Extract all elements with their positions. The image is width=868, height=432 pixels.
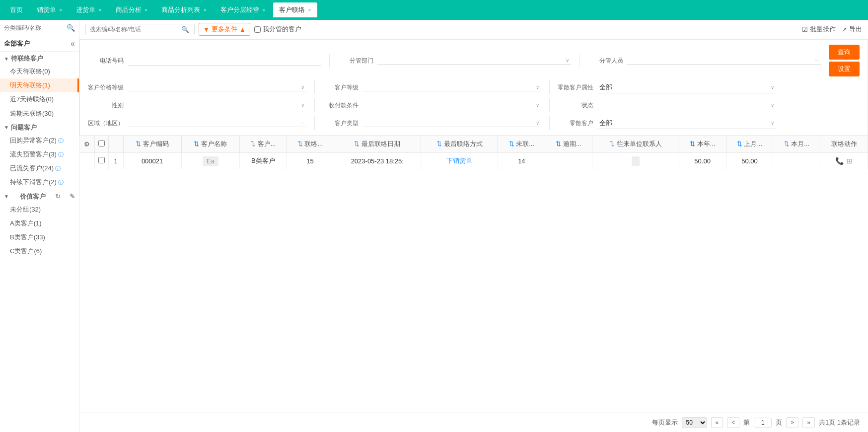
info-icon-churned: ⓘ	[55, 165, 61, 171]
sidebar-group-value: 价值客户 ↻ ✎	[0, 190, 79, 203]
col-last-month[interactable]: ⇅ 上月...	[726, 136, 773, 153]
filter-status-select[interactable]: ∨	[597, 101, 776, 109]
nav-home[interactable]: 首页	[4, 2, 29, 17]
value-refresh-icon[interactable]: ↻	[55, 193, 61, 200]
nav-analysis[interactable]: 商品分析 ×	[110, 2, 153, 17]
prev-page-button[interactable]: <	[727, 417, 739, 428]
collapse-all-icon[interactable]: «	[71, 39, 75, 48]
sidebar-all-customers[interactable]: 全部客户 «	[0, 36, 79, 52]
nav-customer-contact[interactable]: 客户联络 ×	[273, 2, 317, 17]
next-page-button[interactable]: >	[786, 417, 798, 428]
col-code[interactable]: ⇅ 客户编码	[123, 136, 181, 153]
col-not-contacted[interactable]: ⇅ 未联...	[498, 136, 545, 153]
batch-op-button[interactable]: ☑ 批量操作	[802, 25, 836, 34]
filter-customer-level-select[interactable]: ∨	[362, 83, 541, 91]
sort-icon-date: ⇅	[354, 140, 360, 147]
cell-last-method: 下销货单	[421, 153, 498, 169]
sidebar-search-icon[interactable]: 🔍	[67, 24, 75, 32]
filter-dept-field: 分管部门 ∨	[338, 57, 571, 65]
table-container: ⚙ ⇅ 客户编码 ⇅ 客户名称 ⇅ 客户... ⇅ 联络... ⇅ 最后联络日期…	[79, 136, 868, 413]
last-page-button[interactable]: »	[802, 417, 815, 428]
row-checkbox[interactable]	[98, 157, 105, 163]
col-this-month[interactable]: ⇅ 本月...	[773, 136, 820, 153]
filter-customer-type-label: 客户类型	[323, 119, 362, 128]
filter-price-level-field: 客户价格等级 ∨	[88, 83, 306, 92]
sidebar-item-today[interactable]: 今天待联络(0)	[0, 65, 79, 78]
filter-person-select[interactable]: ···	[627, 57, 821, 65]
per-page-label: 每页显示	[652, 418, 678, 427]
close-purchase-icon[interactable]: ×	[98, 7, 101, 13]
sidebar-group-problem: 问题客户	[0, 121, 79, 134]
filter-payment-field: 收付款条件 ∨	[323, 101, 541, 110]
filter-region-label: 区域（地区）	[88, 119, 128, 128]
customer-level-chevron-icon: ∨	[536, 84, 539, 90]
nav-purchase[interactable]: 进货单 ×	[70, 2, 107, 17]
col-gear[interactable]: ⚙	[79, 136, 94, 153]
sidebar-item-ungrouped[interactable]: 未分组(32)	[0, 203, 79, 216]
nav-analysis-list[interactable]: 商品分析列表 ×	[155, 2, 212, 17]
close-analysis-icon[interactable]: ×	[145, 7, 147, 13]
close-sales-icon[interactable]: ×	[59, 7, 62, 13]
nav-customer-tier[interactable]: 客户分层经营 ×	[215, 2, 271, 17]
main-search-input[interactable]	[90, 26, 179, 33]
filter-dept-select[interactable]: ∨	[377, 57, 571, 65]
filter-region-field: 区域（地区） ···	[88, 119, 306, 128]
filter-row-2: 客户价格等级 ∨ 客户等级 ∨ 零散客户属性 全部	[88, 80, 860, 94]
export-button[interactable]: ↗ 导出	[842, 25, 862, 34]
filter-row-1: 电话号码 分管部门 ∨ 分管人员 ···	[88, 45, 860, 76]
col-this-year[interactable]: ⇅ 本年...	[679, 136, 726, 153]
cell-last-month: 50.00	[726, 153, 773, 169]
sidebar-item-overdue[interactable]: 逾期未联络(30)	[0, 107, 79, 121]
sidebar-item-lost[interactable]: 流失预警客户(3) ⓘ	[0, 147, 79, 161]
sidebar-item-classB[interactable]: B类客户(33)	[0, 230, 79, 244]
my-customer-checkbox-container[interactable]: 我分管的客户	[254, 25, 301, 34]
filter-price-level-select[interactable]: ∨	[128, 83, 306, 91]
nav-sales[interactable]: 销货单 ×	[31, 2, 68, 17]
sidebar-item-classA[interactable]: A类客户(1)	[0, 216, 79, 230]
phone-action-icon[interactable]: 📞	[835, 157, 844, 165]
table-footer: 每页显示 50 100 « < 第 页 > » 共1页 1条记录	[79, 413, 868, 432]
query-button[interactable]: 查询	[829, 45, 860, 60]
filter-customer-type-select[interactable]: ∨	[362, 119, 541, 127]
sidebar-item-repurchase[interactable]: 回购异常客户(2) ⓘ	[0, 134, 79, 147]
my-customer-checkbox[interactable]	[254, 26, 261, 33]
setting-button[interactable]: 设置	[829, 62, 860, 76]
grid-action-icon[interactable]: ⊞	[847, 157, 853, 165]
close-analysis-list-icon[interactable]: ×	[203, 7, 206, 13]
page-input[interactable]	[754, 418, 772, 428]
close-customer-contact-icon[interactable]: ×	[308, 7, 311, 13]
col-overdue[interactable]: ⇅ 逾期...	[545, 136, 592, 153]
sidebar-search-input[interactable]	[4, 24, 67, 31]
last-method-link[interactable]: 下销货单	[446, 157, 472, 164]
select-all-checkbox[interactable]	[98, 140, 105, 146]
filter-phone-input[interactable]	[128, 56, 321, 66]
col-name[interactable]: ⇅ 客户名称	[181, 136, 239, 153]
more-filter-button[interactable]: ▼ 更多条件 ▲	[199, 23, 250, 36]
col-contacts[interactable]: ⇅ 联络...	[287, 136, 334, 153]
first-page-button[interactable]: «	[711, 417, 723, 428]
filter-payment-select[interactable]: ∨	[362, 101, 541, 109]
sidebar-item-tomorrow[interactable]: 明天待联络(1)	[0, 78, 79, 92]
sort-icon-unit: ⇅	[609, 140, 615, 147]
col-last-method[interactable]: ⇅ 最后联络方式	[421, 136, 498, 153]
sidebar-item-classC[interactable]: C类客户(6)	[0, 244, 79, 258]
main-search-icon[interactable]: 🔍	[181, 26, 189, 33]
filter-retail-customer-select[interactable]: 全部 ∨	[597, 118, 776, 129]
col-category[interactable]: ⇅ 客户...	[239, 136, 287, 153]
col-last-date[interactable]: ⇅ 最后联络日期	[334, 136, 421, 153]
filter-divider-8	[549, 116, 550, 130]
sidebar-item-churned[interactable]: 已流失客户(24) ⓘ	[0, 161, 79, 175]
customer-type-chevron-icon: ∨	[536, 120, 539, 126]
filter-retail-attr-select[interactable]: 全部 ∨	[597, 82, 776, 93]
sidebar-item-week7[interactable]: 近7天待联络(0)	[0, 92, 79, 106]
filter-region-select[interactable]: ···	[128, 119, 306, 127]
col-unit-contact[interactable]: ⇅ 往来单位联系人	[592, 136, 679, 153]
sidebar-item-declining[interactable]: 持续下滑客户(2) ⓘ	[0, 175, 79, 189]
cell-overdue	[545, 153, 592, 169]
filter-gender-select[interactable]: ∨	[128, 101, 306, 109]
value-edit-icon[interactable]: ✎	[70, 193, 75, 200]
cell-checkbox[interactable]	[94, 153, 108, 169]
per-page-select[interactable]: 50 100	[682, 417, 707, 428]
close-customer-tier-icon[interactable]: ×	[262, 7, 265, 13]
filter-divider-1	[329, 54, 330, 68]
